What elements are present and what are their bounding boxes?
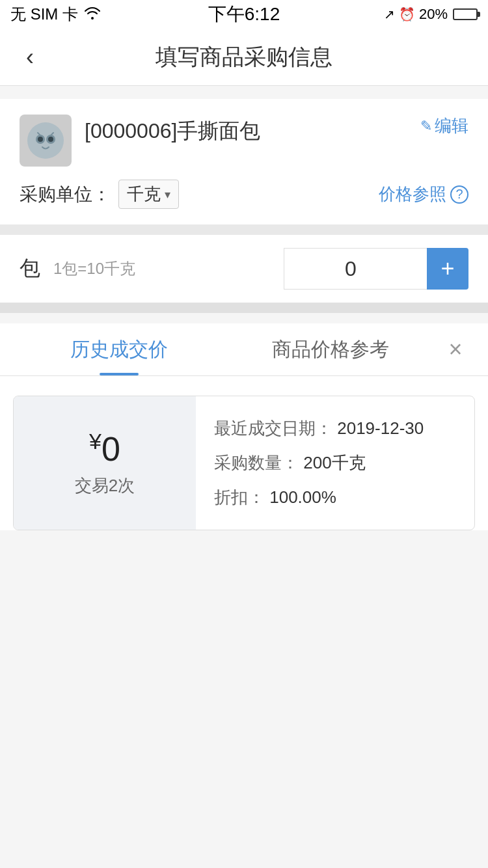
unit-value: 千克 [127,183,161,206]
product-info: [0000006]手撕面包 [20,115,260,167]
trade-count: 交易2次 [75,474,135,497]
battery-icon [453,8,478,20]
trade-card-details: 最近成交日期： 2019-12-30 采购数量： 200千克 折扣： 100.0… [196,396,474,530]
page-title: 填写商品采购信息 [156,42,332,72]
status-time: 下午6:12 [208,2,280,27]
tab-panel: 历史成交价 商品价格参考 × ¥0 交易2次 最近成交日期： 2019-12-3… [0,323,488,530]
section-divider [0,224,488,235]
product-unit-row: 采购单位： 千克 ▾ 价格参照 ? [20,180,468,209]
price-ref-help-icon: ? [450,185,468,204]
trade-quantity-row: 采购数量： 200千克 [214,450,456,476]
quantity-unit: 包 [20,254,40,283]
product-name: [0000006]手撕面包 [85,117,260,146]
quantity-plus-button[interactable]: + [427,248,468,290]
trade-price-value: 0 [102,431,120,468]
tab-history-price[interactable]: 历史成交价 [13,323,224,375]
svg-point-4 [48,137,53,142]
product-card: [0000006]手撕面包 ✎ 编辑 采购单位： 千克 ▾ 价格参照 ? [0,99,488,224]
unit-arrow-icon: ▾ [165,187,170,202]
nav-bar: ‹ 填写商品采购信息 [0,29,488,86]
trade-price: ¥0 [89,429,120,468]
svg-point-3 [38,137,43,142]
tab-bar: 历史成交价 商品价格参考 × [0,323,488,376]
trade-discount-label: 折扣： [214,487,265,507]
edit-icon: ✎ [420,118,432,135]
carrier-label: 无 SIM 卡 [10,4,78,25]
divider-2 [0,303,488,313]
trade-recent-date-value: 2019-12-30 [337,418,424,438]
unit-select[interactable]: 千克 ▾ [118,180,179,209]
tab-close-button[interactable]: × [436,323,475,375]
trade-card-price-section: ¥0 交易2次 [14,396,196,530]
wifi-icon [83,5,102,23]
tab-history-price-label: 历史成交价 [70,336,168,363]
quantity-conversion: 1包=10千克 [53,258,135,279]
trade-recent-date-label: 最近成交日期： [214,418,332,438]
unit-label: 采购单位： [20,182,111,207]
quantity-row: 包 1包=10千克 + [0,235,488,303]
trade-discount-value: 100.00% [269,487,336,507]
svg-point-0 [27,122,64,159]
trade-card: ¥0 交易2次 最近成交日期： 2019-12-30 采购数量： 200千克 折… [13,396,475,530]
price-ref-button[interactable]: 价格参照 ? [379,183,468,206]
status-right: ↗ ⏰ 20% [384,6,478,23]
trade-discount-row: 折扣： 100.00% [214,485,456,510]
back-button[interactable]: ‹ [20,37,40,77]
quantity-input[interactable] [284,248,427,290]
price-ref-label: 价格参照 [379,183,446,206]
tab-product-price-ref[interactable]: 商品价格参考 [224,323,436,375]
quantity-input-wrap: + [148,248,468,290]
alarm-icon: ⏰ [399,7,415,22]
trade-quantity-value: 200千克 [303,453,365,472]
status-left: 无 SIM 卡 [10,4,102,25]
trade-recent-date-row: 最近成交日期： 2019-12-30 [214,416,456,441]
location-icon: ↗ [384,7,395,22]
trade-quantity-label: 采购数量： [214,453,299,472]
product-header: [0000006]手撕面包 ✎ 编辑 [20,115,468,167]
tab-product-price-ref-label: 商品价格参考 [272,336,389,363]
edit-label: 编辑 [435,115,468,137]
main-content [0,550,488,868]
product-logo [20,115,72,167]
edit-button[interactable]: ✎ 编辑 [420,115,468,137]
currency-symbol: ¥ [89,429,102,454]
status-bar: 无 SIM 卡 下午6:12 ↗ ⏰ 20% [0,0,488,29]
battery-percent: 20% [419,6,448,23]
